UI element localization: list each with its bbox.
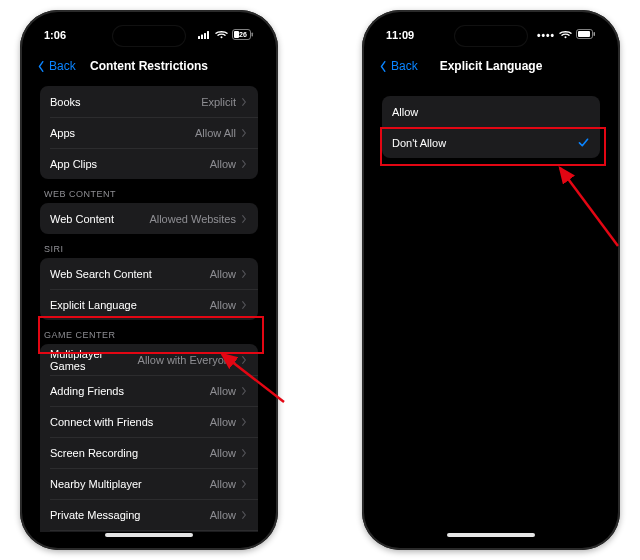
row-profile-privacy[interactable]: Profile Privacy ChangesAllow — [40, 530, 258, 532]
svg-text:26: 26 — [239, 31, 247, 38]
chevron-right-icon — [240, 356, 248, 364]
checkmark-icon — [577, 136, 590, 149]
chevron-right-icon — [240, 215, 248, 223]
nav-bar: Back Explicit Language — [372, 50, 610, 82]
home-indicator — [105, 533, 193, 537]
svg-point-10 — [565, 36, 567, 38]
back-label: Back — [49, 59, 76, 73]
chevron-right-icon — [240, 418, 248, 426]
row-web-content[interactable]: Web ContentAllowed Websites — [40, 203, 258, 234]
battery-icon: 26 — [232, 29, 254, 42]
chevron-right-icon — [240, 160, 248, 168]
row-app-clips[interactable]: App ClipsAllow — [40, 148, 258, 179]
chevron-right-icon — [240, 129, 248, 137]
row-apps[interactable]: AppsAllow All — [40, 117, 258, 148]
group-web: Web ContentAllowed Websites — [40, 203, 258, 234]
chevron-right-icon — [240, 387, 248, 395]
chevron-right-icon — [240, 480, 248, 488]
wifi-icon — [559, 29, 572, 41]
row-screen-recording[interactable]: Screen RecordingAllow — [40, 437, 258, 468]
home-indicator — [447, 533, 535, 537]
nav-bar: Back Content Restrictions — [30, 50, 268, 82]
svg-rect-12 — [578, 31, 590, 37]
chevron-right-icon — [240, 511, 248, 519]
chevron-right-icon — [240, 98, 248, 106]
back-button[interactable]: Back — [378, 59, 418, 73]
group-top: BooksExplicit AppsAllow All App ClipsAll… — [40, 86, 258, 179]
group-options: Allow Don't Allow — [382, 96, 600, 158]
wifi-icon — [215, 29, 228, 41]
dynamic-island — [113, 26, 185, 46]
section-gc: GAME CENTER — [30, 320, 268, 344]
row-private-messaging[interactable]: Private MessagingAllow — [40, 499, 258, 530]
row-multiplayer-games[interactable]: Multiplayer GamesAllow with Everyone — [40, 344, 258, 375]
dynamic-island — [455, 26, 527, 46]
status-icons: 26 — [198, 29, 254, 42]
section-siri: SIRI — [30, 234, 268, 258]
nav-title: Content Restrictions — [90, 59, 208, 73]
signal-icon — [198, 29, 211, 41]
svg-rect-3 — [207, 31, 209, 39]
row-dont-allow[interactable]: Don't Allow — [382, 127, 600, 158]
svg-point-4 — [221, 36, 223, 38]
chevron-right-icon — [240, 301, 248, 309]
status-icons: •••• — [537, 29, 596, 41]
svg-rect-1 — [201, 35, 203, 40]
svg-rect-13 — [594, 32, 596, 36]
row-connect-friends[interactable]: Connect with FriendsAllow — [40, 406, 258, 437]
chevron-right-icon — [240, 270, 248, 278]
status-time: 1:06 — [44, 29, 66, 41]
group-siri: Web Search ContentAllow Explicit Languag… — [40, 258, 258, 320]
svg-rect-2 — [204, 33, 206, 39]
back-button[interactable]: Back — [36, 59, 76, 73]
section-web: WEB CONTENT — [30, 179, 268, 203]
chevron-left-icon — [378, 61, 389, 72]
signal-dots-icon: •••• — [537, 30, 555, 41]
status-time: 11:09 — [386, 29, 414, 41]
battery-icon — [576, 29, 596, 41]
row-nearby-multiplayer[interactable]: Nearby MultiplayerAllow — [40, 468, 258, 499]
back-label: Back — [391, 59, 418, 73]
nav-title: Explicit Language — [440, 59, 543, 73]
chevron-right-icon — [240, 449, 248, 457]
row-adding-friends[interactable]: Adding FriendsAllow — [40, 375, 258, 406]
row-allow[interactable]: Allow — [382, 96, 600, 127]
chevron-left-icon — [36, 61, 47, 72]
row-explicit-language[interactable]: Explicit LanguageAllow — [40, 289, 258, 320]
group-gc: Multiplayer GamesAllow with Everyone Add… — [40, 344, 258, 532]
row-web-search[interactable]: Web Search ContentAllow — [40, 258, 258, 289]
svg-rect-0 — [198, 36, 200, 39]
svg-rect-7 — [252, 32, 254, 36]
row-books[interactable]: BooksExplicit — [40, 86, 258, 117]
